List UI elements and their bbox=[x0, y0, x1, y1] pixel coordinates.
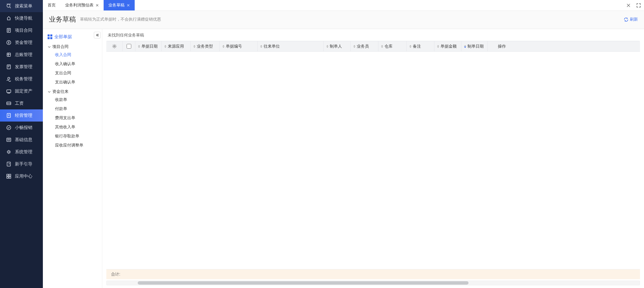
sidebar-item-guide[interactable]: 新手引导 bbox=[0, 158, 43, 170]
tab-close-icon[interactable]: ✕ bbox=[96, 3, 99, 8]
column-settings-button[interactable] bbox=[106, 41, 123, 51]
category-item[interactable]: 收入合同 bbox=[43, 50, 102, 59]
category-panel: 全部单据 项目合同收入合同收入确认单支出合同支出确认单资金往来收款单付款单费用支… bbox=[43, 29, 102, 288]
column-header[interactable]: 制单人 bbox=[324, 41, 351, 51]
column-header[interactable]: 来源应用 bbox=[162, 41, 191, 51]
sidebar-item-label: 税务管理 bbox=[15, 76, 32, 82]
sort-icon bbox=[138, 45, 140, 48]
category-group-label: 资金往来 bbox=[52, 89, 69, 95]
tab-bar: 首页业务利润预估表✕业务草稿✕ bbox=[43, 0, 644, 11]
tab[interactable]: 业务草稿✕ bbox=[104, 0, 135, 10]
reimburse-icon bbox=[6, 125, 11, 130]
sort-icon bbox=[164, 45, 166, 48]
sidebar-item-label: 系统管理 bbox=[15, 149, 32, 155]
sidebar-item-biz[interactable]: 经营管理 bbox=[0, 109, 43, 122]
svg-rect-13 bbox=[7, 174, 8, 176]
column-header[interactable]: 单据日期 bbox=[135, 41, 162, 51]
sidebar-item-search[interactable]: 搜索菜单 bbox=[0, 0, 43, 12]
collapse-panel-button[interactable] bbox=[94, 32, 101, 38]
sidebar-item-asset[interactable]: 固定资产 bbox=[0, 85, 43, 97]
svg-rect-8 bbox=[7, 113, 10, 117]
doc-icon bbox=[6, 28, 11, 33]
tab[interactable]: 首页 bbox=[43, 0, 60, 10]
svg-point-5 bbox=[8, 77, 10, 79]
sort-icon bbox=[353, 45, 355, 48]
svg-rect-3 bbox=[7, 53, 10, 56]
category-item[interactable]: 付款单 bbox=[43, 104, 102, 113]
table-area: 未找到任何业务草稿 单据日期来源应用业务类型单据编号往来单位制单人业务员仓库备注… bbox=[102, 29, 644, 288]
sidebar-item-label: 新手引导 bbox=[15, 161, 32, 167]
column-label: 制单人 bbox=[330, 44, 342, 49]
sidebar-item-doc[interactable]: 项目合同 bbox=[0, 24, 43, 36]
tab[interactable]: 业务利润预估表✕ bbox=[60, 0, 104, 10]
column-header[interactable]: 制单日期 bbox=[461, 41, 488, 51]
scrollbar-thumb[interactable] bbox=[138, 281, 468, 285]
sidebar-item-tax[interactable]: 税务管理 bbox=[0, 73, 43, 85]
category-item[interactable]: 应收应付调整单 bbox=[43, 141, 102, 150]
refresh-button[interactable]: 刷新 bbox=[624, 17, 638, 22]
close-all-tabs-icon[interactable] bbox=[625, 2, 632, 9]
category-group-label: 项目合同 bbox=[52, 44, 69, 50]
column-label: 仓库 bbox=[384, 44, 393, 49]
sort-icon bbox=[193, 45, 195, 48]
category-item[interactable]: 支出确认单 bbox=[43, 78, 102, 87]
column-label: 业务员 bbox=[357, 44, 369, 49]
column-header[interactable]: 业务类型 bbox=[191, 41, 220, 51]
column-header[interactable]: 业务员 bbox=[351, 41, 378, 51]
table-body bbox=[106, 52, 640, 269]
sidebar-item-home[interactable]: 快捷导航 bbox=[0, 12, 43, 24]
column-header[interactable]: 仓库 bbox=[378, 41, 407, 51]
table-footer: 合计: bbox=[106, 269, 640, 279]
sort-icon bbox=[222, 45, 224, 48]
sidebar-item-info[interactable]: 基础信息 bbox=[0, 134, 43, 146]
sidebar-item-salary[interactable]: 工资 bbox=[0, 97, 43, 109]
main: 首页业务利润预估表✕业务草稿✕ 业务草稿 草稿转为正式单据时，不会执行满赠促销优… bbox=[43, 0, 644, 288]
apps-icon bbox=[6, 174, 11, 179]
column-label: 制单日期 bbox=[467, 44, 484, 49]
column-label: 业务类型 bbox=[197, 44, 213, 49]
tab-label: 业务草稿 bbox=[108, 2, 125, 8]
info-icon bbox=[6, 137, 11, 142]
sort-icon bbox=[326, 45, 328, 48]
column-header[interactable]: 单据编号 bbox=[220, 41, 258, 51]
refresh-icon bbox=[624, 17, 628, 22]
sidebar-item-label: 工资 bbox=[15, 100, 24, 106]
sidebar-item-label: 应用中心 bbox=[15, 173, 32, 179]
category-item[interactable]: 银行存取款单 bbox=[43, 132, 102, 141]
guide-icon bbox=[6, 161, 11, 167]
svg-rect-14 bbox=[9, 174, 11, 176]
sidebar-item-label: 快捷导航 bbox=[15, 15, 32, 21]
fullscreen-icon[interactable] bbox=[635, 2, 642, 9]
svg-point-11 bbox=[8, 151, 10, 153]
select-all-cell[interactable] bbox=[123, 41, 135, 51]
sort-icon bbox=[381, 45, 383, 48]
column-header[interactable]: 单据金额 bbox=[434, 41, 461, 51]
category-item[interactable]: 收入确认单 bbox=[43, 59, 102, 69]
category-item[interactable]: 其他收入单 bbox=[43, 123, 102, 132]
tax-icon bbox=[6, 76, 11, 82]
svg-rect-16 bbox=[9, 177, 11, 178]
page-subtitle: 草稿转为正式单据时，不会执行满赠促销优惠 bbox=[80, 17, 161, 22]
column-header: 操作 bbox=[488, 41, 516, 51]
horizontal-scrollbar[interactable] bbox=[106, 281, 640, 285]
category-item[interactable]: 收款单 bbox=[43, 95, 102, 104]
category-item[interactable]: 费用支出单 bbox=[43, 113, 102, 123]
column-header[interactable]: 备注 bbox=[407, 41, 434, 51]
all-docs-link[interactable]: 全部单据 bbox=[43, 32, 102, 42]
tab-label: 业务利润预估表 bbox=[65, 2, 93, 8]
sidebar-item-money[interactable]: 资金管理 bbox=[0, 36, 43, 49]
sidebar-item-label: 总账管理 bbox=[15, 52, 32, 58]
sidebar-item-ledger[interactable]: 总账管理 bbox=[0, 49, 43, 61]
sidebar-item-label: 经营管理 bbox=[15, 112, 32, 119]
select-all-checkbox[interactable] bbox=[127, 44, 131, 49]
category-group[interactable]: 资金往来 bbox=[43, 87, 102, 95]
sidebar-item-apps[interactable]: 应用中心 bbox=[0, 170, 43, 182]
column-header[interactable]: 往来单位 bbox=[258, 41, 324, 51]
category-group[interactable]: 项目合同 bbox=[43, 42, 102, 50]
sidebar-item-system[interactable]: 系统管理 bbox=[0, 146, 43, 158]
sidebar-item-invoice[interactable]: 发票管理 bbox=[0, 61, 43, 73]
column-label: 往来单位 bbox=[264, 44, 280, 49]
sidebar-item-reimburse[interactable]: 小畅报销 bbox=[0, 122, 43, 134]
tab-close-icon[interactable]: ✕ bbox=[127, 3, 130, 8]
category-item[interactable]: 支出合同 bbox=[43, 69, 102, 78]
